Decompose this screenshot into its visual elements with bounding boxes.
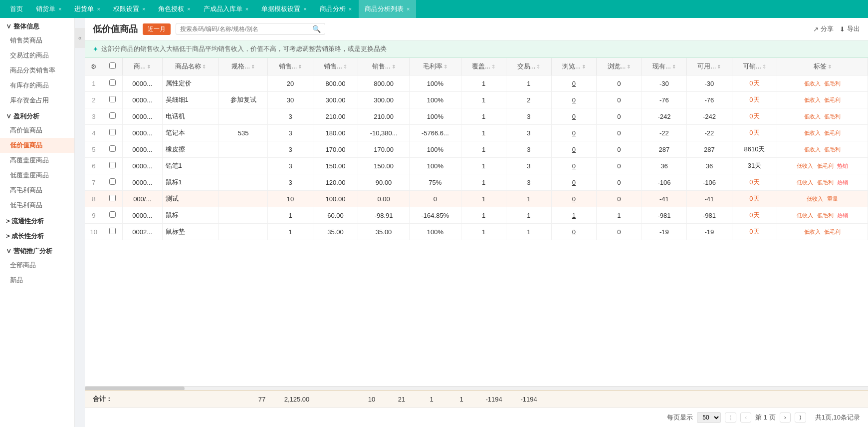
sidebar-group-营销推广分析[interactable]: ∨ 营销推广分析 <box>0 243 74 258</box>
col-header-margin[interactable]: 毛利率⇕ <box>409 58 461 75</box>
nav-item-商品分析列表[interactable]: 商品分析列表× <box>359 0 416 18</box>
browse1-link[interactable]: 0 <box>572 80 576 87</box>
sort-icon-sales3[interactable]: ⇕ <box>392 64 396 69</box>
sort-icon-coverage[interactable]: ⇕ <box>491 64 495 69</box>
browse1-link[interactable]: 0 <box>572 146 576 153</box>
nav-item-产成品入库单[interactable]: 产成品入库单× <box>198 0 254 18</box>
row-checkbox[interactable] <box>109 228 116 234</box>
settings-icon[interactable]: ⚙ <box>91 63 97 70</box>
col-header-sales1[interactable]: 销售...⇕ <box>268 58 313 75</box>
sort-icon-browse2[interactable]: ⇕ <box>627 64 631 69</box>
col-header-name[interactable]: 商品名称⇕ <box>162 58 218 75</box>
sidebar-item-全部商品[interactable]: 全部商品 <box>0 258 74 273</box>
sort-icon-tags[interactable]: ⇕ <box>828 64 832 69</box>
nav-item-权限设置[interactable]: 权限设置× <box>107 0 151 18</box>
row-checkbox[interactable] <box>109 178 116 185</box>
sort-icon-name[interactable]: ⇕ <box>202 64 206 69</box>
nav-item-角色授权[interactable]: 角色授权× <box>152 0 196 18</box>
share-button[interactable]: ↗ 分享 <box>813 24 834 33</box>
sort-icon-available[interactable]: ⇕ <box>717 64 721 69</box>
col-header-spec[interactable]: 规格...⇕ <box>218 58 267 75</box>
nav-item-单据模板设置[interactable]: 单据模板设置× <box>255 0 312 18</box>
browse1-link[interactable]: 0 <box>572 195 576 203</box>
row-checkbox[interactable] <box>109 162 116 168</box>
col-header-coverage[interactable]: 覆盖...⇕ <box>461 58 506 75</box>
sidebar-item-交易过的商品[interactable]: 交易过的商品 <box>0 48 74 63</box>
sort-icon-saleable[interactable]: ⇕ <box>762 64 766 69</box>
close-tab-icon[interactable]: × <box>407 6 410 12</box>
row-checkbox[interactable] <box>109 145 116 152</box>
last-page-button[interactable]: ⟩ <box>795 413 806 423</box>
col-header-sales2[interactable]: 销售...⇕ <box>313 58 358 75</box>
sort-icon-current[interactable]: ⇕ <box>672 64 676 69</box>
col-header-current[interactable]: 现有...⇕ <box>642 58 686 75</box>
col-header-trade[interactable]: 交易...⇕ <box>506 58 551 75</box>
prev-page-button[interactable]: ‹ <box>740 413 751 423</box>
sort-icon-margin[interactable]: ⇕ <box>443 64 447 69</box>
col-header-code[interactable]: 商...⇕ <box>122 58 162 75</box>
search-input[interactable] <box>180 25 312 32</box>
export-button[interactable]: ⬇ 导出 <box>840 24 860 33</box>
nav-item-商品分析[interactable]: 商品分析× <box>314 0 358 18</box>
sort-icon-browse1[interactable]: ⇕ <box>582 64 586 69</box>
col-header-available[interactable]: 可用...⇕ <box>687 58 732 75</box>
next-page-button[interactable]: › <box>780 413 791 423</box>
row-checkbox[interactable] <box>109 211 116 218</box>
sidebar-item-低价值商品[interactable]: 低价值商品 <box>0 138 74 153</box>
sort-icon-code[interactable]: ⇕ <box>147 64 151 69</box>
col-header-browse1[interactable]: 浏览...⇕ <box>551 58 596 75</box>
sort-icon-sales1[interactable]: ⇕ <box>298 64 302 69</box>
sidebar-item-高毛利商品[interactable]: 高毛利商品 <box>0 183 74 198</box>
close-tab-icon[interactable]: × <box>97 6 100 12</box>
sidebar-group-整体信息[interactable]: ∨ 整体信息 <box>0 18 74 33</box>
browse1-link[interactable]: 1 <box>572 212 576 219</box>
filter-button[interactable]: 近一月 <box>143 23 171 35</box>
sidebar-item-商品分类销售率[interactable]: 商品分类销售率 <box>0 63 74 78</box>
sort-icon-trade[interactable]: ⇕ <box>536 64 540 69</box>
close-tab-icon[interactable]: × <box>349 6 352 12</box>
sidebar-item-新品[interactable]: 新品 <box>0 273 74 288</box>
sidebar-item-有库存的商品[interactable]: 有库存的商品 <box>0 78 74 93</box>
close-tab-icon[interactable]: × <box>245 6 248 12</box>
sidebar-item-销售类商品[interactable]: 销售类商品 <box>0 33 74 48</box>
close-tab-icon[interactable]: × <box>58 6 61 12</box>
sidebar-group-成长性分析[interactable]: > 成长性分析 <box>0 228 74 243</box>
sidebar-item-库存资金占用[interactable]: 库存资金占用 <box>0 93 74 108</box>
nav-item-进货单[interactable]: 进货单× <box>68 0 106 18</box>
nav-item-首页[interactable]: 首页 <box>4 0 29 18</box>
col-header-checkbox[interactable] <box>103 58 122 75</box>
sidebar-group-盈利分析[interactable]: ∨ 盈利分析 <box>0 108 74 123</box>
row-checkbox[interactable] <box>109 96 116 102</box>
sort-icon-sales2[interactable]: ⇕ <box>343 64 347 69</box>
col-header-browse2[interactable]: 浏览...⇕ <box>597 58 642 75</box>
page-size-select[interactable]: 50 <box>697 412 721 423</box>
close-tab-icon[interactable]: × <box>303 6 306 12</box>
horizontal-scrollbar[interactable] <box>85 386 868 390</box>
sidebar-collapse-button[interactable]: « <box>75 28 85 48</box>
row-checkbox[interactable] <box>109 129 116 135</box>
browse1-link[interactable]: 0 <box>572 228 576 236</box>
close-tab-icon[interactable]: × <box>142 6 145 12</box>
browse1-link[interactable]: 0 <box>572 113 576 120</box>
browse1-link[interactable]: 0 <box>572 162 576 170</box>
select-all-checkbox[interactable] <box>109 62 116 69</box>
sidebar-item-低毛利商品[interactable]: 低毛利商品 <box>0 198 74 213</box>
first-page-button[interactable]: ⟨ <box>725 413 736 423</box>
col-header-saleable[interactable]: 可销...⇕ <box>732 58 777 75</box>
close-tab-icon[interactable]: × <box>187 6 190 12</box>
sidebar-item-高价值商品[interactable]: 高价值商品 <box>0 123 74 138</box>
row-checkbox[interactable] <box>109 79 116 86</box>
sidebar-group-流通性分析[interactable]: > 流通性分析 <box>0 213 74 228</box>
browse1-link[interactable]: 0 <box>572 96 576 104</box>
col-header-sales3[interactable]: 销售...⇕ <box>358 58 410 75</box>
row-checkbox[interactable] <box>109 112 116 119</box>
nav-item-销货单[interactable]: 销货单× <box>30 0 67 18</box>
sidebar-item-高覆盖度商品[interactable]: 高覆盖度商品 <box>0 153 74 168</box>
col-header-settings[interactable]: ⚙ <box>85 58 103 75</box>
col-header-tags[interactable]: 标签⇕ <box>777 58 868 75</box>
sidebar-item-低覆盖度商品[interactable]: 低覆盖度商品 <box>0 168 74 183</box>
browse1-link[interactable]: 0 <box>572 179 576 186</box>
sort-icon-spec[interactable]: ⇕ <box>251 64 255 69</box>
browse1-link[interactable]: 0 <box>572 129 576 137</box>
row-checkbox[interactable] <box>109 195 116 201</box>
